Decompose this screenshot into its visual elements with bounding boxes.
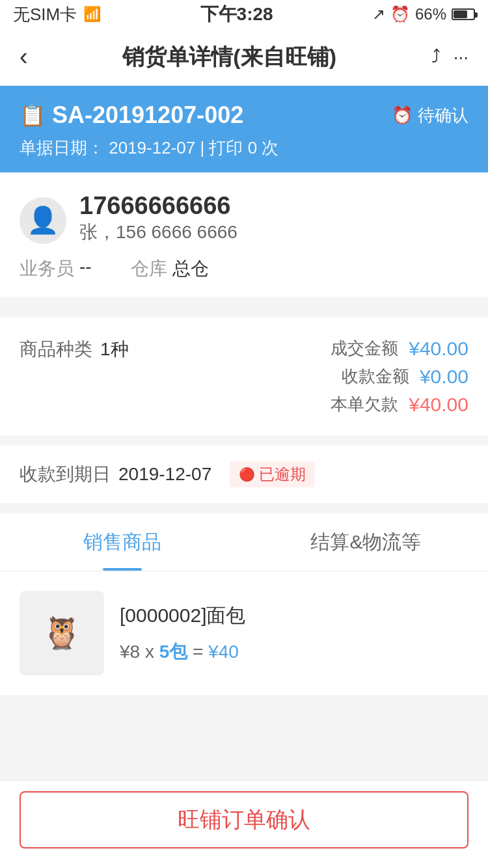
overdue-text: 已逾期 (259, 464, 306, 485)
overdue-icon: 🔴 (239, 467, 255, 482)
print-text: | 打印 0 次 (200, 138, 278, 157)
time-display: 下午3:28 (200, 2, 273, 27)
battery-text: 66% (415, 5, 446, 23)
order-id-text: SA-20191207-002 (52, 102, 243, 129)
nav-bar: ‹ 销货单详情(来自旺铺) ⤴ ··· (0, 29, 488, 86)
nav-actions: ⤴ ··· (431, 47, 468, 68)
owe-value: ¥40.00 (409, 394, 468, 416)
order-id: 📋 SA-20191207-002 (20, 102, 243, 129)
summary-left: 商品种类 1种 (20, 337, 129, 362)
section-divider (0, 307, 488, 318)
back-button[interactable]: ‹ (20, 43, 28, 71)
due-date-section: 收款到期日 2019-12-07 🔴 已逾期 (0, 446, 488, 503)
tabs-container: 销售商品 结算&物流等 (0, 513, 488, 571)
product-name: [0000002]面包 (120, 603, 468, 629)
receipt-amount-row: 收款金额 ¥0.00 (342, 365, 468, 388)
tab-sales[interactable]: 销售商品 (0, 513, 244, 571)
product-item: 🦉 [0000002]面包 ¥8 x 5包 = ¥40 (0, 571, 488, 695)
receipt-label: 收款金额 (342, 365, 409, 388)
order-status-badge: ⏰ 待确认 (392, 104, 468, 127)
customer-phone: 17666666666 (79, 192, 237, 220)
order-status-text: 待确认 (418, 104, 468, 127)
order-date-row: 单据日期： 2019-12-07 | 打印 0 次 (20, 137, 468, 159)
equals-sign: = (193, 642, 208, 662)
status-left: 无SIM卡 📶 (13, 3, 101, 26)
location-icon: ↗ (372, 5, 385, 23)
category-value: 1种 (100, 337, 129, 362)
product-thumbnail: 🦉 (20, 591, 104, 675)
price-unit: ¥8 (120, 642, 140, 662)
carrier-text: 无SIM卡 (13, 3, 77, 26)
deal-label: 成交金额 (331, 337, 398, 360)
sales-meta: 业务员 -- (20, 256, 92, 281)
page-title: 销货单详情(来自旺铺) (122, 42, 336, 72)
customer-meta: 业务员 -- 仓库 总仓 (20, 256, 468, 281)
product-section: 🦉 [0000002]面包 ¥8 x 5包 = ¥40 (0, 571, 488, 695)
quantity: 5包 (159, 642, 188, 662)
customer-section: 👤 17666666666 张，156 6666 6666 业务员 -- 仓库 … (0, 172, 488, 297)
customer-row: 👤 17666666666 张，156 6666 6666 (20, 192, 468, 249)
alarm-icon: ⏰ (390, 5, 410, 23)
warehouse-value: 总仓 (172, 256, 209, 281)
warehouse-label: 仓库 (131, 256, 167, 281)
product-info: [0000002]面包 ¥8 x 5包 = ¥40 (120, 603, 468, 664)
overdue-badge: 🔴 已逾期 (230, 461, 315, 487)
sales-label: 业务员 (20, 256, 74, 281)
customer-details: 17666666666 张，156 6666 6666 (79, 192, 237, 249)
status-clock-icon: ⏰ (392, 105, 413, 126)
summary-grid: 商品种类 1种 成交金额 ¥40.00 收款金额 ¥0.00 本单欠款 ¥40.… (20, 337, 468, 416)
avatar: 👤 (20, 197, 66, 244)
status-bar: 无SIM卡 📶 下午3:28 ↗ ⏰ 66% (0, 0, 488, 29)
product-thumb-icon: 🦉 (42, 615, 81, 651)
deal-value: ¥40.00 (409, 338, 468, 360)
summary-right: 成交金额 ¥40.00 收款金额 ¥0.00 本单欠款 ¥40.00 (331, 337, 468, 416)
customer-name: 张，156 6666 6666 (79, 220, 237, 245)
total-price: ¥40 (208, 642, 239, 662)
multiply-sign: x (145, 642, 159, 662)
warehouse-meta: 仓库 总仓 (131, 256, 209, 281)
product-price: ¥8 x 5包 = ¥40 (120, 640, 468, 664)
order-header-card: 📋 SA-20191207-002 ⏰ 待确认 单据日期： 2019-12-07… (0, 86, 488, 172)
order-date: 2019-12-07 (109, 138, 195, 157)
deal-amount-row: 成交金额 ¥40.00 (331, 337, 468, 360)
owe-label: 本单欠款 (331, 393, 398, 416)
bottom-bar: 旺铺订单确认 (0, 780, 488, 868)
status-right: ↗ ⏰ 66% (372, 5, 475, 23)
confirm-order-button[interactable]: 旺铺订单确认 (20, 791, 468, 848)
sales-value: -- (79, 256, 92, 281)
battery-icon (452, 8, 475, 20)
receipt-value: ¥0.00 (420, 366, 468, 388)
wifi-icon: 📶 (83, 6, 101, 23)
category-label: 商品种类 (20, 337, 92, 362)
share-button[interactable]: ⤴ (431, 47, 441, 68)
order-icon: 📋 (20, 103, 46, 128)
owe-amount-row: 本单欠款 ¥40.00 (331, 393, 468, 416)
tab-settlement[interactable]: 结算&物流等 (244, 513, 488, 571)
more-button[interactable]: ··· (454, 47, 468, 68)
avatar-icon: 👤 (27, 205, 59, 236)
due-date-value: 2019-12-07 (118, 464, 211, 485)
summary-section: 商品种类 1种 成交金额 ¥40.00 收款金额 ¥0.00 本单欠款 ¥40.… (0, 318, 488, 435)
date-label: 单据日期： (20, 138, 104, 157)
due-label: 收款到期日 (20, 462, 111, 487)
header-top: 📋 SA-20191207-002 ⏰ 待确认 (20, 102, 468, 129)
